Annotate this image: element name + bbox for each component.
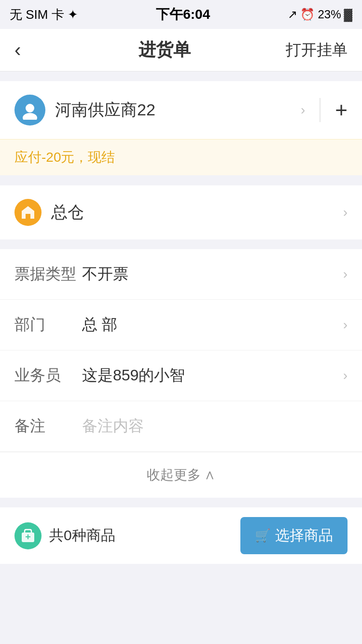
select-product-label: 选择商品	[275, 526, 333, 546]
invoice-value: 不开票	[82, 264, 343, 285]
page-title: 进货单	[139, 38, 191, 62]
back-button[interactable]: ‹	[14, 39, 43, 61]
invoice-label: 票据类型	[14, 264, 82, 285]
location-icon: ↗	[288, 8, 297, 21]
status-bar: 无 SIM 卡 ✦ 下午6:04 ↗ ⏰ 23% ▓	[0, 0, 362, 29]
product-count: 共0种商品	[49, 526, 115, 546]
status-left: 无 SIM 卡 ✦	[10, 6, 78, 23]
svg-point-0	[26, 104, 34, 112]
supplier-divider	[320, 98, 320, 122]
department-chevron-icon: ›	[343, 317, 348, 333]
battery-text: 23%	[318, 8, 341, 21]
remark-input[interactable]: 备注内容	[82, 416, 348, 437]
status-right: ↗ ⏰ 23% ▓	[288, 8, 352, 21]
open-pending-button[interactable]: 打开挂单	[286, 40, 348, 61]
department-value: 总 部	[82, 314, 343, 336]
form-row-remark[interactable]: 备注 备注内容	[0, 401, 362, 452]
salesperson-chevron-icon: ›	[343, 368, 348, 383]
select-product-button[interactable]: 🛒 选择商品	[240, 517, 348, 554]
add-supplier-button[interactable]: +	[335, 99, 348, 121]
warehouse-row[interactable]: 总仓 ›	[0, 185, 362, 239]
product-info: 共0种商品	[14, 522, 115, 549]
status-time: 下午6:04	[156, 5, 210, 24]
collapse-button[interactable]: 收起更多 ∧	[0, 452, 362, 498]
supplier-name: 河南供应商22	[55, 99, 301, 121]
svg-rect-2	[26, 214, 30, 219]
form-row-department[interactable]: 部门 总 部 ›	[0, 300, 362, 350]
form-row-invoice[interactable]: 票据类型 不开票 ›	[0, 249, 362, 300]
alarm-icon: ⏰	[300, 8, 315, 21]
department-label: 部门	[14, 314, 82, 336]
nav-bar: ‹ 进货单 打开挂单	[0, 29, 362, 71]
section-gap-2	[0, 175, 362, 185]
select-product-icon: 🛒	[255, 528, 270, 543]
warehouse-name: 总仓	[51, 201, 343, 224]
battery-icon: ▓	[344, 8, 353, 21]
section-gap-1	[0, 71, 362, 81]
salesperson-value: 这是859的小智	[82, 365, 343, 386]
invoice-chevron-icon: ›	[343, 266, 348, 282]
page-background	[0, 564, 362, 644]
sim-status: 无 SIM 卡 ✦	[10, 6, 78, 23]
product-icon	[14, 522, 42, 549]
supplier-notice: 应付-20元，现结	[0, 139, 362, 175]
supplier-card: 河南供应商22 › + 应付-20元，现结	[0, 81, 362, 175]
salesperson-label: 业务员	[14, 365, 82, 386]
form-section: 票据类型 不开票 › 部门 总 部 › 业务员 这是859的小智 › 备注 备注…	[0, 249, 362, 498]
supplier-avatar	[14, 95, 45, 126]
svg-point-1	[23, 113, 37, 120]
bottom-bar: 共0种商品 🛒 选择商品	[0, 507, 362, 564]
warehouse-card: 总仓 ›	[0, 185, 362, 239]
supplier-chevron-icon: ›	[301, 102, 305, 118]
remark-label: 备注	[14, 416, 82, 437]
warehouse-icon	[14, 199, 42, 226]
supplier-row[interactable]: 河南供应商22 › +	[0, 81, 362, 139]
warehouse-chevron-icon: ›	[343, 205, 348, 220]
form-row-salesperson[interactable]: 业务员 这是859的小智 ›	[0, 350, 362, 401]
